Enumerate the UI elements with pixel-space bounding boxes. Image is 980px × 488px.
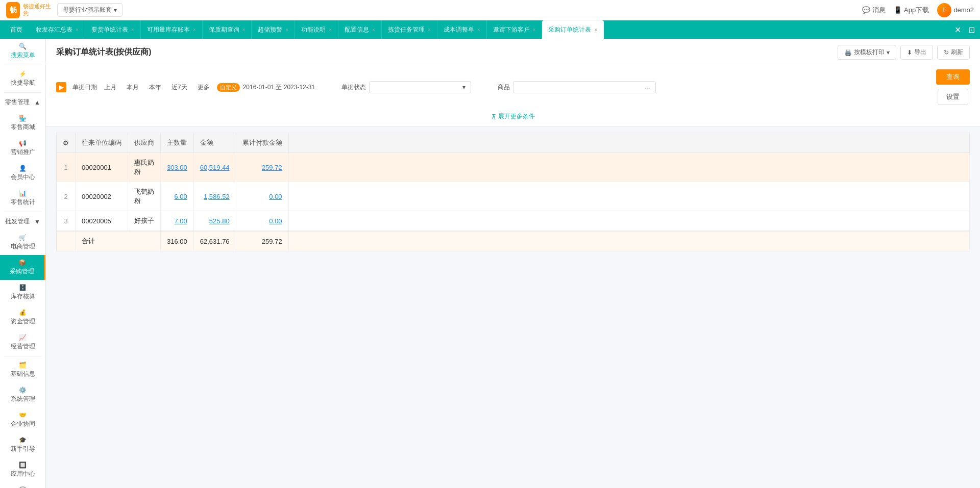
query-button[interactable]: 查询 [936, 69, 970, 85]
sidebar-item-purchase[interactable]: 📦 采购管理 [0, 255, 45, 280]
sidebar-item-base-info[interactable]: 🗂️ 基础信息 [0, 357, 45, 382]
sidebar-item-retail-stats[interactable]: 📊 零售统计 [0, 186, 45, 211]
row-code: 00020005 [76, 211, 128, 232]
close-icon[interactable]: × [193, 27, 196, 33]
print-button[interactable]: 🖨️ 按模板打印 ▾ [838, 45, 896, 60]
ecommerce-icon: 🛒 [19, 234, 27, 241]
tab-收发存汇总表[interactable]: 收发存汇总表 × [30, 20, 85, 39]
sidebar-item-search[interactable]: 🔍 搜索菜单 [0, 39, 45, 64]
app-download-label: App下载 [904, 6, 929, 15]
tab-成本调整单[interactable]: 成本调整单 × [437, 20, 487, 39]
tab-close-all-icon[interactable]: ✕ [952, 25, 963, 35]
th-amount: 金额 [193, 133, 236, 153]
phone-icon: 📱 [894, 6, 902, 14]
close-icon[interactable]: × [131, 27, 134, 33]
sidebar-item-guide[interactable]: 🎓 新手引导 [0, 432, 45, 457]
tab-配置信息[interactable]: 配置信息 × [338, 20, 382, 39]
filter-row-1: ▶ 单据日期 上月 本月 本年 近7天 更多 自定义 2016-01-01 至 … [56, 69, 970, 105]
sidebar-item-member[interactable]: 👤 会员中心 [0, 161, 45, 186]
goods-input[interactable]: … [513, 81, 656, 93]
footer-qty: 316.00 [161, 231, 194, 251]
sidebar-item-marketing[interactable]: 📢 营销推广 [0, 136, 45, 161]
tab-expand-icon[interactable]: ⊡ [966, 25, 977, 35]
date-shortcuts: 上月 本月 本年 近7天 更多 [100, 82, 214, 93]
finance-icon: 💰 [19, 309, 27, 316]
tab-邀请下游客户[interactable]: 邀请下游客户 × [487, 20, 543, 39]
filter-area: ▶ 单据日期 上月 本月 本年 近7天 更多 自定义 2016-01-01 至 … [46, 64, 980, 126]
sidebar-item-operations[interactable]: 📈 经营管理 [0, 330, 45, 355]
shortcut-more[interactable]: 更多 [193, 82, 214, 93]
member-icon: 👤 [19, 165, 27, 172]
expand-more-button[interactable]: ⊼ 展开更多条件 [492, 112, 535, 121]
sidebar-item-wholesale[interactable]: 批发管理 ▼ [0, 213, 45, 230]
export-button[interactable]: ⬇ 导出 [900, 45, 933, 60]
row-paid[interactable]: 259.72 [236, 153, 288, 182]
sidebar-item-system[interactable]: ⚙️ 系统管理 [0, 382, 45, 407]
table-row[interactable]: 2 00020002 飞鹤奶粉 6.00 1,586.52 0.00 [57, 182, 970, 211]
message-button[interactable]: 💬 消息 [862, 6, 886, 15]
filter-expand-arrow[interactable]: ▶ [56, 82, 66, 92]
row-amount[interactable]: 525.80 [193, 211, 236, 232]
sidebar-divider-2 [4, 92, 41, 93]
tab-要货单统计表[interactable]: 要货单统计表 × [85, 20, 141, 39]
row-qty[interactable]: 303.00 [161, 153, 194, 182]
marketing-icon: 📢 [19, 140, 27, 147]
table-footer-row: 合计 316.00 62,631.76 259.72 [57, 231, 970, 251]
tab-采购订单统计表[interactable]: 采购订单统计表 × [542, 20, 604, 39]
inventory-icon: 🗄️ [19, 284, 27, 291]
tab-可用量库存账本[interactable]: 可用量库存账本 × [141, 20, 203, 39]
sidebar-item-ecommerce[interactable]: 🛒 电商管理 [0, 230, 45, 255]
shortcut-last-month[interactable]: 上月 [100, 82, 120, 93]
sidebar-item-quick-nav[interactable]: ⚡ 快捷导航 [0, 66, 45, 91]
row-amount[interactable]: 60,519.44 [193, 153, 236, 182]
main-layout: 🔍 搜索菜单 ⚡ 快捷导航 零售管理 ▲ 🏪 零售商城 📢 营销推广 👤 会员中… [0, 39, 980, 488]
shortcut-this-year[interactable]: 本年 [145, 82, 165, 93]
sidebar-item-finance[interactable]: 💰 资金管理 [0, 305, 45, 330]
logo-text: 畅捷通好生意 [23, 3, 52, 16]
avatar: E [937, 3, 951, 17]
logo-abbr: 畅 [10, 6, 17, 15]
close-icon[interactable]: × [428, 27, 431, 33]
row-code: 00020002 [76, 182, 128, 211]
refresh-button[interactable]: ↻ 刷新 [937, 45, 970, 60]
gear-icon[interactable]: ⚙ [63, 139, 69, 147]
close-icon[interactable]: × [477, 27, 480, 33]
tab-功能说明[interactable]: 功能说明 × [295, 20, 338, 39]
settings-button[interactable]: 设置 [938, 89, 968, 105]
sidebar-item-retail-shop[interactable]: 🏪 零售商城 [0, 111, 45, 136]
sidebar-item-appcenter[interactable]: 🔲 应用中心 [0, 457, 45, 482]
sidebar-item-collab[interactable]: 🤝 企业协同 [0, 407, 45, 432]
logo-area: 畅 畅捷通好生意 [6, 2, 52, 18]
row-qty[interactable]: 7.00 [161, 211, 194, 232]
app-download-button[interactable]: 📱 App下载 [894, 6, 929, 15]
user-profile[interactable]: E demo2 [937, 3, 974, 17]
table-row[interactable]: 1 00020001 惠氏奶粉 303.00 60,519.44 259.72 [57, 153, 970, 182]
table-row[interactable]: 3 00020005 好孩子 7.00 525.80 0.00 [57, 211, 970, 232]
row-qty[interactable]: 6.00 [161, 182, 194, 211]
close-icon[interactable]: × [329, 27, 332, 33]
tab-超储预警[interactable]: 超储预警 × [252, 20, 295, 39]
shortcut-7days[interactable]: 近7天 [167, 82, 191, 93]
close-icon[interactable]: × [372, 27, 375, 33]
close-icon[interactable]: × [242, 27, 246, 33]
tab-保质期查询[interactable]: 保质期查询 × [203, 20, 252, 39]
close-icon[interactable]: × [76, 27, 79, 33]
row-paid[interactable]: 0.00 [236, 182, 288, 211]
footer-amount: 62,631.76 [193, 231, 236, 251]
sidebar-item-retail-mgmt[interactable]: 零售管理 ▲ [0, 94, 45, 111]
date-range: 2016-01-01 至 2023-12-31 [243, 83, 315, 92]
tab-拣货任务管理[interactable]: 拣货任务管理 × [382, 20, 437, 39]
close-icon[interactable]: × [594, 27, 597, 33]
workspace-selector[interactable]: 母婴行业演示账套 ▾ [57, 3, 122, 17]
row-paid[interactable]: 0.00 [236, 211, 288, 232]
close-icon[interactable]: × [285, 27, 288, 33]
status-select[interactable]: ▾ [369, 81, 471, 93]
tab-home[interactable]: 首页 [3, 20, 30, 39]
close-icon[interactable]: × [533, 27, 536, 33]
export-icon: ⬇ [907, 49, 912, 56]
sidebar-item-wechat[interactable]: 💬 企业微信 [0, 482, 45, 488]
row-amount[interactable]: 1,586.52 [193, 182, 236, 211]
sidebar-divider-3 [4, 212, 41, 212]
sidebar-item-inventory[interactable]: 🗄️ 库存核算 [0, 280, 45, 305]
shortcut-this-month[interactable]: 本月 [122, 82, 143, 93]
